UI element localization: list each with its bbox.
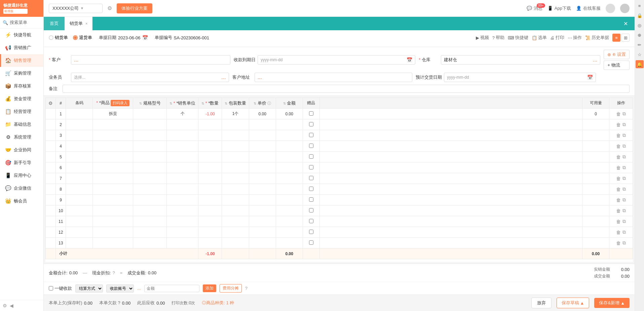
expense-help-icon[interactable]: ?: [245, 286, 248, 291]
r6-delete-icon[interactable]: 🗑: [616, 165, 621, 170]
r4-delete-icon[interactable]: 🗑: [616, 144, 621, 149]
r8-gift[interactable]: [309, 187, 313, 191]
r10-gift[interactable]: [309, 208, 313, 212]
side-icon-7[interactable]: 🔔: [636, 60, 644, 68]
sidebar-item-member[interactable]: 👑 畅会员: [0, 195, 43, 207]
row1-product[interactable]: 拆贡: [93, 109, 133, 119]
expected-date-calendar-icon[interactable]: 📅: [587, 75, 593, 80]
add-payment-button[interactable]: 添加: [203, 284, 216, 292]
side-icon-4[interactable]: ⊕: [636, 31, 644, 39]
action-print[interactable]: 🖨 打印: [550, 35, 564, 41]
action-shortcut[interactable]: ⌨ 快捷键: [508, 35, 528, 41]
r12-copy-icon[interactable]: ⧉: [622, 229, 626, 235]
amount-sort-icon[interactable]: ⇅: [283, 102, 286, 105]
online-service-button[interactable]: 👤 在线客服: [576, 5, 601, 11]
side-icon-5[interactable]: ✏: [636, 41, 644, 49]
sidebar-settings-icon[interactable]: ⚙: [3, 303, 7, 308]
sidebar-item-guide[interactable]: 🎯 新手引导: [0, 156, 43, 169]
spec-sort-icon[interactable]: ⇅: [139, 102, 142, 105]
action-help[interactable]: ? 帮助: [492, 35, 504, 41]
app-download-button[interactable]: 📱 App下载: [547, 5, 571, 11]
pkgqty-sort-icon[interactable]: ⇅: [225, 102, 227, 105]
side-icon-6[interactable]: ☆: [636, 50, 644, 59]
row1-gift[interactable]: [303, 109, 319, 119]
row1-amount[interactable]: 0.00: [276, 109, 303, 119]
save-draft-button[interactable]: 保存草稿 ▲: [557, 298, 590, 308]
amount-input[interactable]: [144, 285, 199, 292]
sidebar-item-system[interactable]: ⚙ 系统管理: [0, 131, 43, 144]
customer-input[interactable]: ...: [71, 55, 230, 65]
r3-delete-icon[interactable]: 🗑: [616, 133, 621, 138]
topbar-settings-icon[interactable]: ⚙: [106, 4, 113, 13]
r8-delete-icon[interactable]: 🗑: [616, 187, 621, 192]
row1-copy-icon[interactable]: ⧉: [622, 111, 626, 117]
r11-copy-icon[interactable]: ⧉: [622, 219, 626, 224]
r2-delete-icon[interactable]: 🗑: [616, 122, 621, 127]
company-selector[interactable]: XXXXXX公司 ▼: [49, 4, 103, 13]
sidebar-item-quick-nav[interactable]: ⚡ 快捷导航: [0, 29, 43, 41]
r12-gift[interactable]: [309, 230, 313, 234]
sidebar-item-marketing[interactable]: 📢 营销推广: [0, 41, 43, 54]
tab-home[interactable]: 首页: [44, 17, 65, 30]
r4-copy-icon[interactable]: ⧉: [622, 143, 626, 149]
r13-copy-icon[interactable]: ⧉: [622, 240, 626, 246]
qty-sort-icon[interactable]: ⇅: [201, 102, 204, 105]
setting-button[interactable]: ⊕ ⊕ 设置: [604, 50, 630, 59]
action-history[interactable]: 📜 历史单据: [585, 35, 609, 41]
account-select[interactable]: 收款账号: [106, 284, 134, 293]
r13-gift[interactable]: [309, 240, 313, 245]
radio-sale-order[interactable]: 销货单: [49, 35, 68, 41]
settlement-method-select[interactable]: 结算方式: [75, 284, 103, 293]
save-new-chevron-icon[interactable]: ▲: [620, 301, 625, 306]
salesman-input[interactable]: 选择... ...: [71, 73, 229, 82]
one-click-payment-checkbox[interactable]: 一键收款: [49, 285, 72, 291]
r11-gift[interactable]: [309, 219, 313, 223]
warehouse-input[interactable]: 建材仓 ...: [441, 55, 600, 65]
action-video[interactable]: ▶ 视频: [476, 35, 489, 41]
discard-button[interactable]: 放弃: [531, 298, 552, 308]
avatar[interactable]: [606, 4, 615, 13]
message-button[interactable]: 💬 消息 99+: [527, 5, 542, 11]
payment-due-calendar-icon[interactable]: 📅: [407, 57, 412, 63]
r9-delete-icon[interactable]: 🗑: [616, 197, 621, 203]
r9-gift[interactable]: [309, 197, 313, 202]
owe-help-icon[interactable]: ?: [118, 300, 120, 305]
sidebar-item-basic-info[interactable]: 📁 基础信息: [0, 118, 43, 131]
date-calendar-icon[interactable]: 📅: [142, 35, 148, 40]
sidebar-item-wechat[interactable]: 💬 企业微信: [0, 182, 43, 195]
expected-date-input[interactable]: yyyy-mm-dd 📅: [444, 73, 596, 82]
r5-gift[interactable]: [309, 154, 313, 159]
tab-close-icon[interactable]: ×: [85, 22, 87, 26]
radio-return-order[interactable]: 退货单: [73, 35, 92, 41]
row1-unit[interactable]: 个: [167, 109, 198, 119]
side-icon-2[interactable]: 🔒: [636, 11, 644, 20]
sidebar-item-inventory[interactable]: 📦 库存核算: [0, 80, 43, 92]
r10-copy-icon[interactable]: ⧉: [622, 208, 626, 213]
sidebar-item-operation[interactable]: 📋 经营管理: [0, 105, 43, 118]
r7-delete-icon[interactable]: 🗑: [616, 176, 621, 181]
side-icon-3[interactable]: ◎: [636, 21, 644, 29]
tabbar-close-button[interactable]: ✕: [623, 21, 628, 27]
sidebar-collapse-icon[interactable]: ◀: [10, 303, 13, 308]
r5-copy-icon[interactable]: ⧉: [622, 154, 626, 160]
r4-gift[interactable]: [309, 144, 313, 148]
r2-copy-icon[interactable]: ⧉: [622, 122, 626, 127]
save-new-button[interactable]: 保存&新增 ▲: [594, 298, 630, 308]
col-settings-header[interactable]: ⚙: [46, 98, 56, 109]
r7-gift[interactable]: [309, 176, 313, 180]
row1-price[interactable]: 0.00: [249, 109, 276, 119]
row1-spec[interactable]: [133, 109, 167, 119]
expense-split-button[interactable]: 费用分摊: [220, 284, 242, 293]
scan-button[interactable]: 扫码录入: [111, 100, 129, 106]
r11-delete-icon[interactable]: 🗑: [616, 219, 621, 224]
payment-due-input[interactable]: yyyy-mm-dd 📅: [258, 55, 415, 65]
r3-copy-icon[interactable]: ⧉: [622, 132, 626, 138]
logistics-button[interactable]: + 物流: [604, 61, 630, 70]
trial-button[interactable]: 体验行业方案: [117, 3, 152, 13]
r2-gift[interactable]: [309, 122, 313, 126]
search-menu[interactable]: 🔍 搜索菜单: [0, 17, 43, 29]
remark-input[interactable]: [63, 85, 630, 93]
row1-barcode[interactable]: [66, 109, 93, 119]
r3-gift[interactable]: [309, 133, 313, 137]
r7-copy-icon[interactable]: ⧉: [622, 176, 626, 181]
